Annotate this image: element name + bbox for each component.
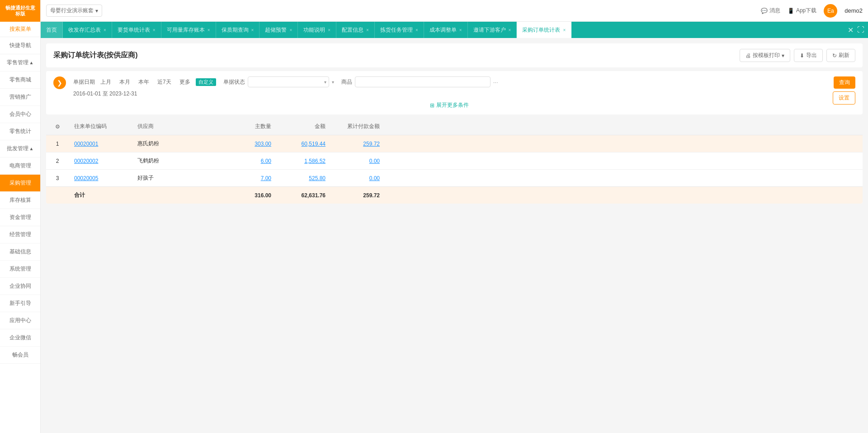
shortcut-this-month[interactable]: 本月 [117,77,133,87]
sidebar-item-enterprise-collab[interactable]: 企业协同 [0,278,40,295]
filter-section: ❯ 单据日期 上月 本月 本年 近7天 更多 自定义 [53,76,855,109]
message-button[interactable]: 💬 消息 [761,7,780,14]
goods-more-icon[interactable]: ··· [493,79,498,86]
sidebar-items: 零售管理▲零售商城营销推广会员中心零售统计批发管理▲电商管理采购管理库存核算资金… [0,54,40,364]
sidebar: 畅捷通好生意 标版 搜索菜单 快捷导航 零售管理▲零售商城营销推广会员中心零售统… [0,0,41,433]
tab-close-button[interactable]: × [328,28,330,33]
sidebar-item-enterprise-wechat[interactable]: 企业微信 [0,329,40,347]
sidebar-item-retail-stats[interactable]: 零售统计 [0,123,40,140]
refresh-button[interactable]: ↻ 刷新 [826,49,855,62]
qty-link[interactable]: 303.00 [255,141,271,147]
th-paid: 累计付款金额 [331,118,385,135]
purchase-order-table: ⚙ 往来单位编码 供应商 主数量 金额 累计付款金额 100020001惠氏奶粉… [46,118,863,204]
paid-link[interactable]: 0.00 [369,175,380,181]
expand-more-button[interactable]: ⊞ 展开更多条件 [73,101,826,109]
tab-close-button[interactable]: × [415,28,418,33]
th-amount: 金额 [277,118,331,135]
goods-input[interactable] [355,76,491,87]
cell-index: 3 [46,170,69,187]
quick-nav[interactable]: 快捷导航 [0,37,40,54]
tab-task-mgmt[interactable]: 拣货任务管理× [375,22,424,38]
amount-link[interactable]: 1,586.52 [304,158,326,164]
tab-home[interactable]: 首页 [41,22,63,38]
sidebar-item-finance[interactable]: 资金管理 [0,209,40,226]
tab-close-button[interactable]: × [509,28,511,33]
paid-link[interactable]: 0.00 [369,158,380,164]
sidebar-item-marketing[interactable]: 营销推广 [0,89,40,106]
tab-close-button[interactable]: × [366,28,369,33]
sidebar-item-new-guide[interactable]: 新手引导 [0,295,40,312]
cell-code: 00020002 [69,152,132,170]
template-print-button[interactable]: 🖨 按模板打印 ▾ [740,49,790,62]
cell-code: 00020005 [69,170,132,187]
tab-receive-send[interactable]: 收发存汇总表× [63,22,112,38]
table-settings-icon[interactable]: ⚙ [55,124,60,130]
amount-link[interactable]: 60,519.44 [302,141,326,147]
tab-close-button[interactable]: × [104,28,106,33]
tab-config-info[interactable]: 配置信息× [336,22,375,38]
amount-link[interactable]: 525.80 [309,175,326,181]
tab-close-button[interactable]: × [563,28,566,33]
sidebar-item-app-center[interactable]: 应用中心 [0,312,40,329]
tab-label: 超储预警 [265,26,287,34]
sidebar-item-label: 企业协同 [9,282,31,290]
paid-link[interactable]: 259.72 [363,141,380,147]
qty-link[interactable]: 7.00 [261,175,271,181]
arrow-icon: ▲ [29,146,34,151]
sidebar-item-retail-store[interactable]: 零售商城 [0,71,40,89]
toggle-filter-button[interactable]: ❯ [53,76,66,89]
tab-close-button[interactable]: × [153,28,156,33]
sidebar-item-label: 基础信息 [9,248,31,256]
query-button[interactable]: 查询 [834,76,855,89]
sidebar-item-operations[interactable]: 经营管理 [0,226,40,243]
sidebar-item-basic-info[interactable]: 基础信息 [0,243,40,261]
tab-invite-downstream[interactable]: 邀请下游客户× [468,22,517,38]
sidebar-item-ecommerce[interactable]: 电商管理 [0,157,40,175]
shortcut-7days[interactable]: 近7天 [155,77,174,87]
avatar[interactable]: Ea [824,4,837,18]
maximize-icon[interactable]: ⛶ [857,26,864,34]
tabbar: 首页收发存汇总表×要货单统计表×可用量库存账本×保质期查询×超储预警×功能说明×… [41,22,868,38]
settings-button[interactable]: 设置 [833,91,855,105]
qty-link[interactable]: 6.00 [261,158,271,164]
sidebar-search[interactable]: 搜索菜单 [0,22,40,37]
tab-purchase-order-stats[interactable]: 采购订单统计表× [517,22,571,38]
shortcut-this-year[interactable]: 本年 [136,77,152,87]
footer-paid: 259.72 [331,187,385,204]
tab-close-button[interactable]: × [289,28,292,33]
status-select[interactable] [248,76,329,87]
sidebar-item-retail-mgmt[interactable]: 零售管理▲ [0,54,40,71]
tab-expiry-query[interactable]: 保质期查询× [216,22,260,38]
export-button[interactable]: ⬇ 导出 [794,49,823,62]
close-tab-icon[interactable]: ✕ [848,26,854,34]
cell-amount: 60,519.44 [277,135,331,152]
tab-purchase-stats[interactable]: 要货单统计表× [112,22,161,38]
sidebar-item-system[interactable]: 系统管理 [0,261,40,278]
code-link[interactable]: 00020002 [74,158,98,164]
tab-close-button[interactable]: × [251,28,254,33]
shortcut-more[interactable]: 更多 [177,77,193,87]
sidebar-item-purchase-mgmt[interactable]: 采购管理 [0,175,40,192]
tab-cost-adjust[interactable]: 成本调整单× [424,22,468,38]
quick-nav-label[interactable]: 快捷导航 [0,40,40,51]
sidebar-item-wholesale-mgmt[interactable]: 批发管理▲ [0,140,40,157]
shortcut-last-month[interactable]: 上月 [98,77,114,87]
page-actions: 🖨 按模板打印 ▾ ⬇ 导出 ↻ 刷新 [740,49,855,62]
tab-label: 功能说明 [303,26,325,34]
tab-function-desc[interactable]: 功能说明× [298,22,336,38]
search-menu-label[interactable]: 搜索菜单 [3,25,38,33]
sidebar-item-member-center[interactable]: 会员中心 [0,106,40,123]
footer-empty-3 [385,187,863,204]
workspace-selector[interactable]: 母婴行业演示账套 ▾ [46,5,102,17]
cell-index: 2 [46,152,69,170]
app-download-button[interactable]: 📱 App下载 [788,7,816,14]
sidebar-item-inventory[interactable]: 库存核算 [0,192,40,209]
tab-overstock-warning[interactable]: 超储预警× [259,22,298,38]
tab-close-button[interactable]: × [208,28,210,33]
sidebar-item-label: 应用中心 [9,317,31,324]
tab-close-button[interactable]: × [459,28,462,33]
code-link[interactable]: 00020001 [74,141,98,147]
code-link[interactable]: 00020005 [74,175,98,181]
tab-inventory-ledger[interactable]: 可用量库存账本× [161,22,216,38]
sidebar-item-member[interactable]: 畅会员 [0,347,40,364]
